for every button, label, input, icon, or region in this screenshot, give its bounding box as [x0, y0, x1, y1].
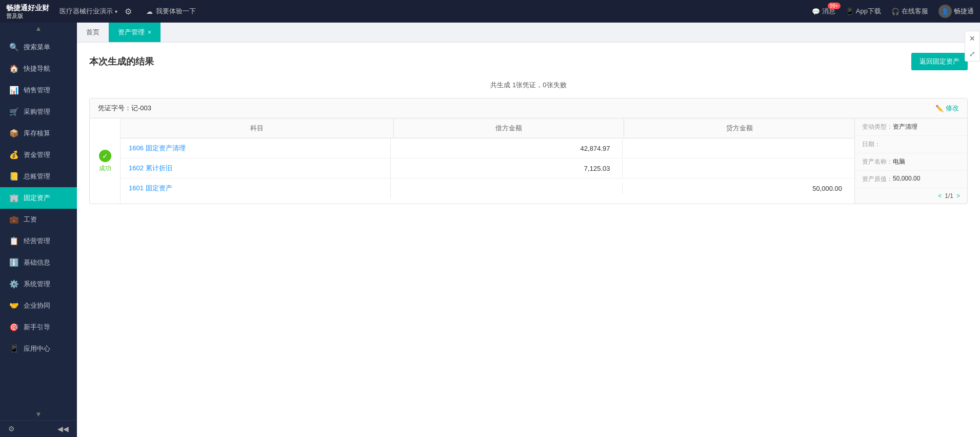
asset-value-label: 资产原值： — [862, 175, 893, 184]
voucher-header: 凭证字号：记-003 ✏️ 修改 — [90, 98, 967, 118]
salary-icon: 💼 — [9, 215, 18, 224]
operation-icon: 📋 — [9, 236, 18, 246]
sidebar-label-salary: 工资 — [24, 215, 37, 224]
subject-1[interactable]: 1606 固定资产清理 — [121, 138, 391, 158]
app-download-btn[interactable]: 📱 App下载 — [846, 7, 881, 16]
asset-name-value: 电脑 — [893, 157, 905, 166]
topbar: 畅捷通好业财 普及版 医疗器械行业演示 ▾ ⚙ ☁ 我要体验一下 💬 消息 99… — [0, 0, 980, 23]
sidebar-bottom: ⚙ ◀◀ — [0, 420, 77, 437]
experience-label: 我要体验一下 — [156, 7, 196, 16]
enterprise-icon: 🤝 — [9, 301, 18, 310]
expand-panel-btn[interactable]: ⤢ — [965, 47, 979, 61]
guide-icon: 🎯 — [9, 323, 18, 332]
page-header: 本次生成的结果 返回固定资产 — [89, 53, 968, 70]
asset-name-label: 资产名称： — [862, 157, 893, 166]
asset-name-row: 资产名称： 电脑 — [855, 153, 967, 171]
prev-page-btn[interactable]: < — [938, 192, 942, 200]
col-header-subject: 科目 — [121, 118, 394, 138]
edition-label: 普及版 — [6, 12, 23, 19]
collapse-icon[interactable]: ◀◀ — [57, 425, 69, 433]
sidebar-label-operation: 经营管理 — [24, 236, 50, 246]
sidebar-item-fixed-assets[interactable]: 🏢 固定资产 — [0, 187, 77, 209]
credit-3: 50,000.00 — [623, 180, 854, 197]
sidebar-item-operation[interactable]: 📋 经营管理 — [0, 230, 77, 252]
sidebar-item-app-center[interactable]: 📱 应用中心 — [0, 338, 77, 360]
service-btn[interactable]: 🎧 在线客服 — [891, 7, 928, 16]
cloud-icon: ☁ — [146, 8, 153, 15]
voucher-number: 凭证字号：记-003 — [98, 104, 151, 113]
sidebar-label-quick-nav: 快捷导航 — [24, 64, 50, 73]
message-btn[interactable]: 💬 消息 99+ — [812, 7, 835, 16]
gear-icon[interactable]: ⚙ — [125, 7, 132, 16]
col-header-debit: 借方金额 — [394, 118, 625, 138]
summary-text: 共生成 1张凭证，0张失败 — [89, 81, 968, 90]
sidebar: ▲ 🔍 搜索菜单 🏠 快捷导航 📊 销售管理 🛒 采购管理 📦 库存核算 — [0, 23, 77, 437]
voucher-panel: 凭证字号：记-003 ✏️ 修改 ✓ 成功 — [89, 98, 968, 204]
sidebar-label-basic-info: 基础信息 — [24, 258, 50, 267]
sidebar-item-enterprise[interactable]: 🤝 企业协同 — [0, 295, 77, 316]
table-row: 1601 固定资产 50,000.00 — [121, 178, 854, 198]
subject-2[interactable]: 1602 累计折旧 — [121, 158, 391, 178]
sidebar-item-search[interactable]: 🔍 搜索菜单 — [0, 36, 77, 58]
page-indicator: 1/1 — [945, 192, 953, 200]
change-type-row: 变动类型： 资产清理 — [855, 118, 967, 136]
edit-icon: ✏️ — [935, 105, 944, 112]
subject-3[interactable]: 1601 固定资产 — [121, 178, 391, 198]
content-area: 首页 资产管理 × 本次生成的结果 返回固定资产 共生成 1张凭证，0张失败 凭… — [77, 23, 980, 437]
tab-active-label: 资产管理 — [118, 28, 145, 37]
sidebar-item-sales[interactable]: 📊 销售管理 — [0, 80, 77, 101]
topbar-right: 💬 消息 99+ 📱 App下载 🎧 在线客服 👤 畅捷通 — [812, 5, 974, 18]
sidebar-label-guide: 新手引导 — [24, 323, 50, 332]
tab-home[interactable]: 首页 — [77, 23, 109, 42]
sidebar-item-sys-manage[interactable]: ⚙️ 系统管理 — [0, 273, 77, 295]
voucher-body: ✓ 成功 科目 借方金额 贷方金额 — [90, 118, 967, 204]
table-row: 1606 固定资产清理 42,874.97 — [121, 138, 854, 158]
chevron-down-icon: ▾ — [115, 9, 117, 14]
edit-label: 修改 — [946, 104, 959, 113]
ledger-icon: 📒 — [9, 172, 18, 181]
asset-value-value: 50,000.00 — [893, 175, 920, 184]
basic-info-icon: ℹ️ — [9, 258, 18, 267]
main-layout: ▲ 🔍 搜索菜单 🏠 快捷导航 📊 销售管理 🛒 采购管理 📦 库存核算 — [0, 23, 980, 437]
sys-icon: ⚙️ — [9, 280, 18, 289]
settings-bottom-icon[interactable]: ⚙ — [8, 425, 15, 433]
user-btn[interactable]: 👤 畅捷通 — [938, 5, 974, 18]
credit-1 — [623, 143, 854, 153]
sales-icon: 📊 — [9, 86, 18, 95]
col-header-credit: 贷方金额 — [624, 118, 854, 138]
sidebar-label-sys-manage: 系统管理 — [24, 280, 50, 289]
message-badge: 99+ — [828, 3, 841, 9]
sidebar-item-basic-info[interactable]: ℹ️ 基础信息 — [0, 252, 77, 273]
page-content: 本次生成的结果 返回固定资产 共生成 1张凭证，0张失败 凭证字号：记-003 … — [77, 43, 980, 437]
tab-close-icon[interactable]: × — [148, 29, 151, 35]
finance-icon: 💰 — [9, 150, 18, 160]
success-icon: ✓ — [99, 150, 111, 162]
project-selector[interactable]: 医疗器械行业演示 ▾ — [59, 7, 117, 16]
sidebar-item-finance[interactable]: 💰 资金管理 — [0, 144, 77, 166]
scroll-up-btn[interactable]: ▲ — [0, 23, 77, 34]
sidebar-item-inventory[interactable]: 📦 库存核算 — [0, 123, 77, 144]
table-row: 1602 累计折旧 7,125.03 — [121, 158, 854, 178]
app-center-icon: 📱 — [9, 344, 18, 353]
experience-btn[interactable]: ☁ 我要体验一下 — [146, 7, 196, 16]
tab-asset-management[interactable]: 资产管理 × — [109, 23, 161, 42]
sidebar-item-purchase[interactable]: 🛒 采购管理 — [0, 101, 77, 123]
scroll-down-btn[interactable]: ▼ — [0, 408, 77, 420]
sidebar-label-sales: 销售管理 — [24, 86, 50, 95]
tab-bar: 首页 资产管理 × — [77, 23, 980, 43]
sidebar-label-app-center: 应用中心 — [24, 344, 50, 353]
asset-value-row: 资产原值： 50,000.00 — [855, 171, 967, 188]
sidebar-label-inventory: 库存核算 — [24, 129, 50, 138]
close-panel-btn[interactable]: ✕ — [965, 31, 979, 46]
next-page-btn[interactable]: > — [956, 192, 960, 200]
return-button[interactable]: 返回固定资产 — [911, 53, 968, 70]
service-label: 在线客服 — [902, 7, 928, 16]
brand-name: 畅捷通好业财 — [6, 3, 49, 12]
sidebar-item-guide[interactable]: 🎯 新手引导 — [0, 316, 77, 338]
sidebar-item-ledger[interactable]: 📒 总账管理 — [0, 166, 77, 187]
sidebar-item-quick-nav[interactable]: 🏠 快捷导航 — [0, 58, 77, 80]
edit-button[interactable]: ✏️ 修改 — [935, 104, 959, 113]
table-header: 科目 借方金额 贷方金额 — [121, 118, 854, 138]
sidebar-item-salary[interactable]: 💼 工资 — [0, 209, 77, 230]
page-title: 本次生成的结果 — [89, 55, 154, 68]
